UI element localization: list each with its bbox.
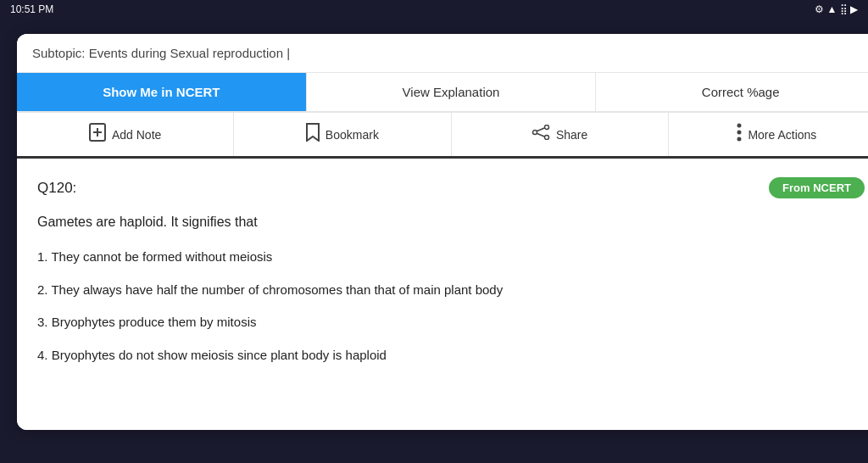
option-3: 3. Bryophytes produce them by mitosis xyxy=(37,313,865,332)
subtopic-bar: Subtopic: Events during Sexual reproduct… xyxy=(17,34,868,73)
option-2-text: 2. They always have half the number of c… xyxy=(37,282,503,297)
option-1-text: 1. They cannot be formed without meiosis xyxy=(37,249,272,264)
subtopic-value: Events during Sexual reproduction | xyxy=(89,46,290,60)
bookmark-button[interactable]: Bookmark xyxy=(234,113,451,156)
bookmark-label: Bookmark xyxy=(326,128,379,142)
ncert-badge: From NCERT xyxy=(769,177,865,198)
system-icons: ⚙ ▲ ⣿ ▶ xyxy=(815,3,858,15)
tab-correct-percentage[interactable]: Correct %age xyxy=(596,73,868,111)
option-4: 4. Bryophytes do not show meiosis since … xyxy=(37,346,865,365)
note-icon xyxy=(89,123,106,146)
option-2: 2. They always have half the number of c… xyxy=(37,281,865,300)
more-actions-button[interactable]: More Actions xyxy=(669,113,868,156)
more-actions-label: More Actions xyxy=(748,128,816,142)
content-area: Q120: From NCERT Gametes are haploid. It… xyxy=(17,159,868,430)
svg-point-4 xyxy=(544,136,548,140)
share-icon xyxy=(531,125,550,144)
svg-point-8 xyxy=(737,124,742,128)
tabs-row: Show Me in NCERT View Explanation Correc… xyxy=(17,73,868,113)
option-1: 1. They cannot be formed without meiosis xyxy=(37,248,865,267)
status-bar: 10:51 PM ⚙ ▲ ⣿ ▶ xyxy=(0,0,868,19)
question-header: Q120: From NCERT xyxy=(37,177,865,198)
option-3-text: 3. Bryophytes produce them by mitosis xyxy=(37,315,256,329)
actions-row: Add Note Bookmark xyxy=(17,113,868,159)
add-note-button[interactable]: Add Note xyxy=(17,113,234,156)
more-icon xyxy=(737,123,742,146)
add-note-label: Add Note xyxy=(112,128,161,142)
svg-point-10 xyxy=(737,137,742,142)
tab-show-ncert[interactable]: Show Me in NCERT xyxy=(17,73,307,111)
question-number: Q120: xyxy=(37,180,76,197)
option-4-text: 4. Bryophytes do not show meiosis since … xyxy=(37,348,387,362)
tab-view-explanation[interactable]: View Explanation xyxy=(307,73,597,111)
time: 10:51 PM xyxy=(10,3,53,15)
svg-line-7 xyxy=(537,133,545,137)
svg-line-6 xyxy=(537,128,545,131)
share-button[interactable]: Share xyxy=(452,113,669,156)
svg-point-9 xyxy=(737,131,742,135)
svg-point-5 xyxy=(532,131,537,135)
share-label: Share xyxy=(556,128,587,142)
question-text: Gametes are haploid. It signifies that xyxy=(37,212,865,232)
app-container: Subtopic: Events during Sexual reproduct… xyxy=(17,34,868,430)
bookmark-icon xyxy=(306,123,320,146)
subtopic-label: Subtopic: xyxy=(32,46,86,60)
svg-point-3 xyxy=(544,126,548,130)
